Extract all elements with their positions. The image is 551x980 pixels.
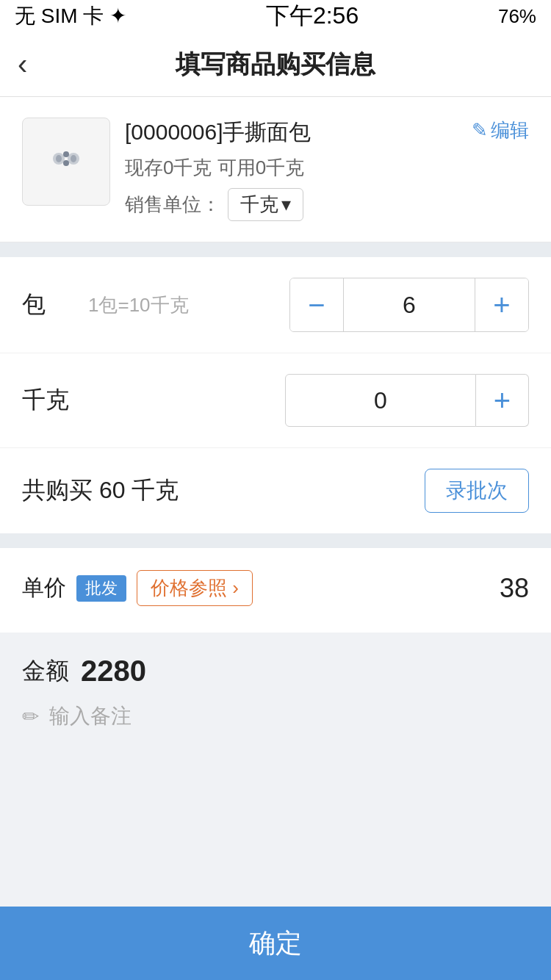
price-ref-button[interactable]: 价格参照 › [137,570,253,606]
remark-placeholder: 输入备注 [49,702,132,730]
total-text: 共购买 60 千克 [22,475,179,507]
amount-value: 2280 [81,655,146,688]
status-battery: 76% [498,5,536,28]
package-stepper: − + [289,278,529,332]
content-spacer [0,745,551,907]
package-hint: 1包=10千克 [88,292,289,318]
price-badge: 批发 [76,575,126,602]
package-plus-button[interactable]: + [475,278,528,331]
status-bar: 无 SIM 卡 ✦ 下午2:56 76% [0,0,551,32]
kilogram-label: 千克 [22,384,81,417]
kilogram-stepper: + [285,374,529,427]
package-row: 包 1包=10千克 − + [0,257,551,353]
price-value: 38 [500,573,529,604]
unit-select[interactable]: 千克 ▾ [228,188,303,221]
product-name: [0000006]手撕面包 [125,118,457,148]
svg-point-4 [63,151,69,157]
kilogram-input[interactable] [285,374,476,427]
input-section: 包 1包=10千克 − + 千克 + [0,257,551,448]
status-time: 下午2:56 [266,0,359,32]
product-image [22,118,110,206]
package-minus-button[interactable]: − [290,278,343,331]
confirm-button[interactable]: 确定 [249,926,302,962]
price-row: 单价 批发 价格参照 › 38 [22,570,529,606]
batch-button[interactable]: 录批次 [425,469,529,513]
svg-point-5 [63,160,69,166]
status-signal: 无 SIM 卡 ✦ [15,2,126,30]
nav-bar: ‹ 填写商品购买信息 [0,32,551,97]
package-input[interactable] [343,278,475,331]
remark-row[interactable]: ✏ 输入备注 [22,702,529,730]
pencil-icon: ✏ [22,705,39,729]
product-info: [0000006]手撕面包 现存0千克 可用0千克 销售单位： 千克 ▾ [125,118,457,221]
back-button[interactable]: ‹ [18,48,27,81]
product-unit-row: 销售单位： 千克 ▾ [125,188,457,221]
price-label: 单价 [22,573,66,603]
kilogram-row: 千克 + [0,353,551,448]
confirm-bar[interactable]: 确定 [0,907,551,980]
unit-label: 销售单位： [125,192,220,217]
total-row: 共购买 60 千克 录批次 [0,448,551,533]
price-section: 单价 批发 价格参照 › 38 [0,548,551,633]
amount-label: 金额 [22,655,69,688]
edit-button[interactable]: ✎ 编辑 [472,118,529,143]
product-card: [0000006]手撕面包 现存0千克 可用0千克 销售单位： 千克 ▾ ✎ 编… [0,97,551,242]
package-label: 包 [22,289,81,321]
amount-row: 金额 2280 [22,655,529,688]
section-divider-2 [0,533,551,548]
product-stock: 现存0千克 可用0千克 [125,155,457,181]
amount-section: 金额 2280 ✏ 输入备注 [0,633,551,745]
section-divider-1 [0,242,551,257]
svg-point-3 [71,155,76,162]
kilogram-plus-button[interactable]: + [476,374,529,427]
price-left: 单价 批发 价格参照 › [22,570,253,606]
page-title: 填写商品购买信息 [176,48,375,82]
svg-point-2 [56,155,62,162]
